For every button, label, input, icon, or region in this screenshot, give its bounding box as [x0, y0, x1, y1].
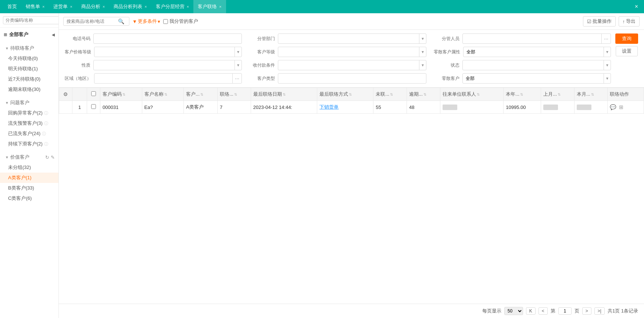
filter-region-input[interactable] [94, 74, 232, 82]
main-search-icon[interactable]: 🔍 [118, 18, 124, 24]
th-contacts[interactable]: 往来单位联系人⇅ [440, 88, 504, 101]
sidebar-item-today[interactable]: 今天待联络(0) [0, 53, 58, 64]
th-this-month[interactable]: 本月...⇅ [574, 88, 608, 101]
row-message-icon[interactable]: 💬 [610, 104, 616, 110]
close-product-analysis-list-icon[interactable]: × [144, 4, 147, 9]
filter-status-input[interactable] [463, 61, 604, 69]
retail-customer-chevron-icon[interactable]: ▾ [604, 74, 611, 83]
filter-phone-input[interactable] [93, 33, 242, 44]
price-level-chevron-icon[interactable]: ▾ [235, 47, 242, 57]
sidebar-item-tomorrow[interactable]: 明天待联络(1) [0, 64, 58, 74]
person-more-icon[interactable]: ··· [601, 34, 611, 43]
sort-contacts-icon[interactable]: ⇅ [477, 92, 480, 96]
region-more-icon[interactable]: ··· [232, 74, 242, 83]
filter-customer-type-input[interactable] [278, 73, 426, 84]
payment-chevron-icon[interactable]: ▾ [419, 60, 426, 70]
sidebar-item-c-class[interactable]: C类客户(6) [0, 193, 58, 204]
nature-chevron-icon[interactable]: ▾ [235, 60, 242, 70]
row-check-cell[interactable] [87, 101, 100, 114]
filter-customer-level-input[interactable] [278, 48, 419, 56]
th-last-contact-method[interactable]: 最后联络方式⇅ [317, 88, 373, 101]
th-no-contact[interactable]: 未联...⇅ [373, 88, 407, 101]
filter-price-level-input[interactable] [94, 48, 235, 56]
close-sales-icon[interactable]: × [42, 4, 44, 9]
close-customer-contact-icon[interactable]: × [219, 4, 221, 9]
sort-code-icon[interactable]: ⇅ [122, 92, 125, 96]
th-overdue[interactable]: 逾期...⇅ [407, 88, 440, 101]
gear-icon[interactable]: ⚙ [63, 91, 68, 97]
sort-last-contact-method-icon[interactable]: ⇅ [349, 92, 352, 96]
my-customers-checkbox[interactable] [163, 19, 168, 24]
close-purchase-icon[interactable]: × [70, 4, 72, 9]
sidebar-item-b-class[interactable]: B类客户(33) [0, 183, 58, 193]
first-page-button[interactable]: K [526, 307, 536, 315]
dept-chevron-icon[interactable]: ▾ [419, 34, 426, 43]
next-page-button[interactable]: > [582, 307, 591, 315]
sidebar-item-lost[interactable]: 已流失客户(24) ⓘ [0, 128, 58, 139]
th-type[interactable]: 客户...⇅ [184, 88, 218, 101]
sidebar-item-lost-risk[interactable]: 流失预警客户(3) ⓘ [0, 118, 58, 128]
th-gear[interactable]: ⚙ [59, 88, 72, 101]
sort-contact-icon[interactable]: ⇅ [234, 92, 237, 96]
filter-payment-input[interactable] [278, 61, 419, 69]
nav-product-analysis-list[interactable]: 商品分析列表 × [109, 0, 151, 13]
sidebar-item-overdue[interactable]: 逾期未联络(30) [0, 84, 58, 95]
sort-last-month-icon[interactable]: ⇅ [558, 92, 561, 96]
th-code[interactable]: 客户编码⇅ [100, 88, 142, 101]
sidebar-problem-customers-label[interactable]: ▼ 问题客户 [0, 98, 58, 108]
sidebar-value-customers-label[interactable]: ▼ 价值客户 ↻ ✎ [0, 152, 58, 162]
sort-this-year-icon[interactable]: ⇅ [520, 92, 523, 96]
status-chevron-icon[interactable]: ▾ [604, 60, 611, 70]
page-number-input[interactable] [558, 307, 572, 315]
filter-person-input[interactable] [463, 35, 601, 43]
sidebar-search-input[interactable] [3, 16, 59, 24]
sidebar-item-a-class[interactable]: A类客户(1) [0, 173, 58, 183]
customer-level-chevron-icon[interactable]: ▾ [419, 47, 426, 57]
sort-name-icon[interactable]: ⇅ [164, 92, 167, 96]
th-contact[interactable]: 联络...⇅ [218, 88, 251, 101]
row-checkbox[interactable] [91, 104, 96, 109]
filter-nature-input[interactable] [94, 61, 235, 69]
my-customers-checkbox-wrap[interactable]: 我分管的客户 [163, 18, 198, 25]
last-page-button[interactable]: >| [594, 307, 605, 315]
filter-more-btn[interactable]: ▼ 更多条件 ▾ [132, 18, 160, 25]
sort-no-contact-icon[interactable]: ⇅ [390, 92, 393, 96]
sort-overdue-icon[interactable]: ⇅ [423, 92, 426, 96]
refresh-icon[interactable]: ↻ [45, 155, 49, 160]
nav-customer-contact[interactable]: 客户联络 × [193, 0, 226, 13]
edit-icon[interactable]: ✎ [51, 155, 55, 160]
main-search-input[interactable] [67, 19, 118, 24]
prev-page-button[interactable]: < [539, 307, 548, 315]
th-check[interactable] [87, 88, 100, 101]
sort-last-contact-date-icon[interactable]: ⇅ [283, 92, 286, 96]
close-product-analysis-icon[interactable]: × [103, 4, 105, 9]
sidebar-pending-contact-label[interactable]: ▼ 待联络客户 [0, 43, 58, 53]
row-qr-icon[interactable]: ⊞ [619, 104, 623, 110]
check-all-checkbox[interactable] [91, 91, 96, 96]
settings-button[interactable]: 设置 [616, 46, 638, 56]
filter-dept-input[interactable] [278, 35, 419, 43]
row-last-contact-method-cell[interactable]: 下销货单 [317, 101, 373, 114]
sidebar-item-week[interactable]: 近7天待联络(0) [0, 74, 58, 84]
sidebar-item-repeat-abnormal[interactable]: 回购异常客户(2) ⓘ [0, 108, 58, 118]
retail-attr-chevron-icon[interactable]: ▾ [604, 47, 611, 57]
th-name[interactable]: 客户名称⇅ [142, 88, 184, 101]
sidebar-item-continuous-decline[interactable]: 持续下滑客户(2) ⓘ [0, 139, 58, 149]
sidebar-item-unclassified[interactable]: 未分组(32) [0, 162, 58, 173]
sort-type-icon[interactable]: ⇅ [200, 92, 203, 96]
query-button[interactable]: 查询 [615, 33, 638, 44]
filter-retail-attr-input[interactable] [464, 48, 604, 56]
sort-this-month-icon[interactable]: ⇅ [591, 92, 594, 96]
last-contact-method-link[interactable]: 下销货单 [319, 104, 339, 110]
th-last-month[interactable]: 上月...⇅ [541, 88, 575, 101]
per-page-select[interactable]: 50 10 20 100 [504, 307, 523, 315]
th-last-contact-date[interactable]: 最后联络日期⇅ [251, 88, 317, 101]
nav-purchase[interactable]: 进货单 × [49, 0, 76, 13]
nav-customer-segment[interactable]: 客户分层经营 × [151, 0, 193, 13]
export-button[interactable]: ↑ 导出 [619, 16, 640, 26]
nav-home[interactable]: 首页 [3, 0, 21, 13]
nav-sales[interactable]: 销售单 × [21, 0, 49, 13]
th-this-year[interactable]: 本年...⇅ [504, 88, 541, 101]
sidebar-all-customers[interactable]: ⊞ 全部客户 ◀ [0, 29, 58, 40]
nav-product-analysis[interactable]: 商品分析 × [77, 0, 109, 13]
